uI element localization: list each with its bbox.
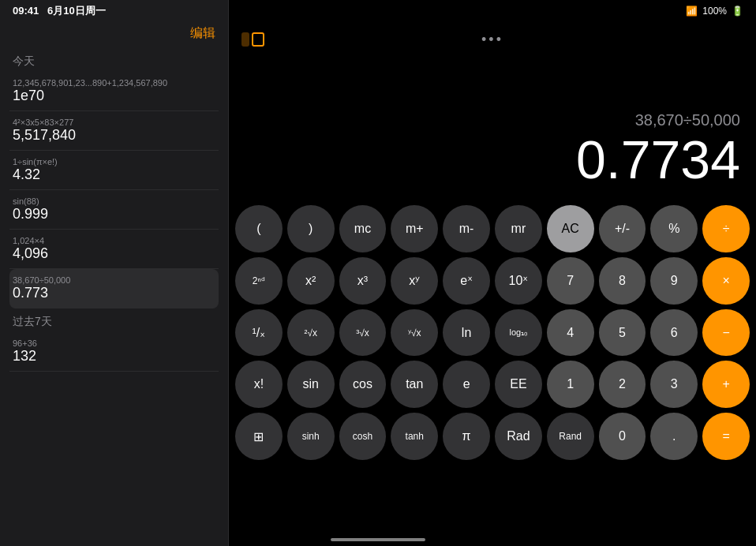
history-result-3: 0.999	[13, 206, 215, 223]
home-indicator	[331, 538, 425, 541]
calc-btn-log__[interactable]: log₁₀	[495, 309, 542, 357]
edit-button[interactable]: 编辑	[190, 25, 215, 42]
calculator-display: 38,670÷50,000 0.7734	[229, 57, 756, 199]
calc-btn-m_[interactable]: m-	[443, 205, 490, 252]
calc-btn-sinh[interactable]: sinh	[287, 413, 335, 460]
sidebar-left-panel-icon	[241, 32, 249, 47]
calc-btn-10_[interactable]: 10ˣ	[495, 257, 542, 305]
history-expr-past-0: 96+36	[13, 338, 215, 348]
calc-btn-x_[interactable]: x!	[235, 361, 283, 408]
calc-btn-mr[interactable]: mr	[495, 205, 542, 252]
calc-btn-0[interactable]: 0	[599, 413, 646, 460]
calc-btn-9[interactable]: 9	[650, 257, 698, 305]
calc-btn-ln[interactable]: ln	[443, 309, 490, 357]
calc-btn-2[interactable]: 2	[599, 361, 646, 408]
past-days-label: 过去7天	[9, 309, 219, 332]
calc-btn-_[interactable]: −	[702, 309, 750, 357]
calc-btn-_[interactable]: π	[443, 413, 490, 460]
sidebar-toggle-button[interactable]	[241, 30, 267, 49]
calc-btn-EE[interactable]: EE	[495, 361, 542, 408]
calc-btn-tan[interactable]: tan	[391, 361, 438, 408]
calc-btn-_[interactable]: (	[235, 205, 283, 252]
calc-btn-__x[interactable]: ²√x	[287, 309, 335, 357]
battery-percent: 100%	[702, 6, 727, 17]
history-expr-3: sin(88)	[13, 196, 215, 206]
calc-btn-cosh[interactable]: cosh	[339, 413, 387, 460]
history-item-1[interactable]: 4²×3x5×83×277 5,517,840	[9, 111, 219, 151]
calc-btn-tanh[interactable]: tanh	[391, 413, 438, 460]
history-item-past-0[interactable]: 96+36 132	[9, 332, 219, 372]
calc-btn-_[interactable]: ÷	[702, 205, 750, 252]
calc-btn-___[interactable]: ¹/ₓ	[235, 309, 283, 357]
time: 09:41	[13, 5, 39, 17]
status-right: 📶 100% 🔋	[686, 6, 743, 17]
today-label: 今天	[9, 48, 219, 72]
calc-btn-e[interactable]: e	[443, 361, 490, 408]
history-result-4: 4,096	[13, 245, 215, 262]
more-options-dots: •••	[481, 32, 503, 48]
calc-btn-m_[interactable]: m+	[391, 205, 438, 252]
history-expr-1: 4²×3x5×83×277	[13, 118, 215, 127]
calc-btn-x_[interactable]: xʸ	[391, 257, 438, 305]
calc-btn-7[interactable]: 7	[547, 257, 594, 305]
wifi-icon: 📶	[686, 6, 698, 17]
history-expr-5: 38,670÷50,000	[13, 275, 215, 285]
history-result-5: 0.773	[13, 285, 215, 301]
calc-btn-_[interactable]: .	[650, 413, 698, 460]
calc-btn-cos[interactable]: cos	[339, 361, 387, 408]
history-item-4[interactable]: 1,024×4 4,096	[9, 230, 219, 269]
calc-btn-__x[interactable]: ³√x	[339, 309, 387, 357]
history-item-5[interactable]: 38,670÷50,000 0.773	[9, 269, 219, 309]
date: 6月10日周一	[47, 5, 106, 17]
calc-btn-_[interactable]: ⊞	[235, 413, 283, 460]
calc-btn-1[interactable]: 1	[547, 361, 594, 408]
calculator-main: ••• 38,670÷50,000 0.7734 ()mcm+m-mrAC+/-…	[229, 0, 756, 546]
history-item-3[interactable]: sin(88) 0.999	[9, 190, 219, 230]
calc-btn-x_[interactable]: x³	[339, 257, 387, 305]
calc-btn-___[interactable]: +/-	[599, 205, 646, 252]
calc-btn-_[interactable]: )	[287, 205, 335, 252]
calc-btn-e_[interactable]: eˣ	[443, 257, 490, 305]
calc-btn-_[interactable]: %	[650, 205, 698, 252]
calc-btn-4[interactable]: 4	[547, 309, 594, 357]
sidebar-right-panel-icon	[252, 32, 264, 47]
calc-btn-Rand[interactable]: Rand	[547, 413, 594, 460]
calc-btn-mc[interactable]: mc	[339, 205, 387, 252]
history-result-2: 4.32	[13, 166, 215, 183]
sidebar-content: 今天 12,345,678,901,23...890+1,234,567,890…	[0, 48, 228, 546]
history-item-2[interactable]: 1÷sin(π×e!) 4.32	[9, 151, 219, 190]
calc-btn-__x[interactable]: ʸ√x	[391, 309, 438, 357]
history-result-1: 5,517,840	[13, 127, 215, 144]
toolbar: •••	[229, 22, 756, 57]
calc-btn-8[interactable]: 8	[599, 257, 646, 305]
battery-icon: 🔋	[732, 6, 743, 17]
calc-btn-6[interactable]: 6	[650, 309, 698, 357]
history-expr-0: 12,345,678,901,23...890+1,234,567,890	[13, 78, 215, 88]
calc-btn-Rad[interactable]: Rad	[495, 413, 542, 460]
history-expr-4: 1,024×4	[13, 236, 215, 245]
button-grid: ()mcm+m-mrAC+/-%÷2ⁿᵈx²x³xʸeˣ10ˣ789×¹/ₓ²√…	[229, 199, 756, 473]
display-result: 0.7734	[576, 133, 740, 186]
calc-btn-_[interactable]: +	[702, 361, 750, 408]
calc-btn-5[interactable]: 5	[599, 309, 646, 357]
calc-btn-_[interactable]: =	[702, 413, 750, 460]
history-result-past-0: 132	[13, 348, 215, 365]
history-result-0: 1e70	[13, 88, 215, 104]
history-expr-2: 1÷sin(π×e!)	[13, 157, 215, 166]
calc-btn-_[interactable]: ×	[702, 257, 750, 305]
status-bar: 09:41 6月10日周一 📶 100% 🔋	[0, 0, 756, 22]
calc-btn-3[interactable]: 3	[650, 361, 698, 408]
sidebar-toggle-icon	[241, 32, 264, 47]
calc-btn-x_[interactable]: x²	[287, 257, 335, 305]
calc-btn-2__[interactable]: 2ⁿᵈ	[235, 257, 283, 305]
status-time-date: 09:41 6月10日周一	[13, 4, 106, 18]
calc-btn-sin[interactable]: sin	[287, 361, 335, 408]
history-item-0[interactable]: 12,345,678,901,23...890+1,234,567,890 1e…	[9, 72, 219, 111]
sidebar: 编辑 今天 12,345,678,901,23...890+1,234,567,…	[0, 0, 229, 546]
display-expression: 38,670÷50,000	[635, 111, 740, 129]
calc-btn-AC[interactable]: AC	[547, 205, 594, 252]
